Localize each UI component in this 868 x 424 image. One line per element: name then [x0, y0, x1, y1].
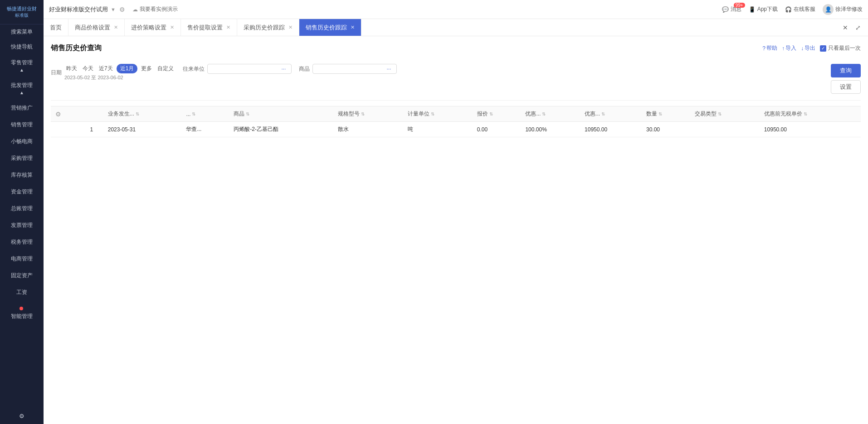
th-biz-date[interactable]: 业务发生... ⇅ — [103, 106, 182, 122]
th-spec[interactable]: 规格型号 ⇅ — [333, 106, 403, 122]
th-trade-type-label: 交易类型 — [695, 110, 717, 118]
date-opt-today[interactable]: 今天 — [81, 64, 95, 73]
td-trade-type — [690, 122, 760, 137]
tab-sales-history-close[interactable]: ✕ — [351, 24, 355, 30]
tab-home[interactable]: 首页 — [44, 19, 68, 36]
import-label: 导入 — [785, 44, 796, 52]
product-more-icon[interactable]: ··· — [385, 66, 393, 72]
user-menu-btn[interactable]: 👤 徐泽华修改 — [823, 4, 863, 15]
sort-icon-pretax-price: ⇅ — [804, 111, 807, 116]
sort-icon-qty: ⇅ — [658, 111, 662, 116]
th-product[interactable]: 商品 ⇅ — [229, 106, 333, 122]
selected-module-label: 好业财标准版交付试用 — [49, 5, 108, 14]
th-price[interactable]: 报价 ⇅ — [473, 106, 521, 122]
product-input[interactable] — [317, 66, 385, 72]
tab-sale-price-extract[interactable]: 售价提取设置 ✕ — [181, 19, 237, 36]
chevron-down-icon: ▼ — [111, 7, 116, 12]
topbar-module-selector[interactable]: 好业财标准版交付试用 ▼ — [49, 5, 116, 14]
sidebar-item-tax-label: 税务管理 — [11, 238, 33, 246]
app-download-btn[interactable]: 📱 App下载 — [749, 5, 778, 13]
table-row: 1 2023-05-31 华查... 丙烯酸-2-乙基己酯 散水 吨 0.00 … — [51, 122, 861, 137]
sort-icon-product: ⇅ — [246, 111, 249, 116]
date-opt-last1m[interactable]: 近1月 — [117, 64, 138, 73]
date-opt-last7[interactable]: 近7天 — [97, 64, 115, 73]
export-link[interactable]: ↓ 导出 — [801, 44, 815, 52]
logo-sub: 标准版 — [4, 12, 40, 19]
th-discount-val[interactable]: 优惠... ⇅ — [580, 106, 642, 122]
th-extra-label: ... — [186, 111, 190, 117]
td-price: 0.00 — [473, 122, 521, 137]
import-link[interactable]: ↑ 导入 — [782, 44, 796, 52]
th-pretax-price[interactable]: 优惠前无税单价 ⇅ — [760, 106, 861, 122]
partner-input[interactable] — [211, 66, 279, 72]
td-product: 丙烯酸-2-乙基己酯 — [229, 122, 333, 137]
query-button[interactable]: 查询 — [831, 64, 861, 77]
td-unit: 吨 — [403, 122, 473, 137]
th-trade-type[interactable]: 交易类型 ⇅ — [690, 106, 760, 122]
th-settings[interactable]: ⚙ — [51, 106, 80, 122]
tab-close-btn[interactable]: ✕ — [839, 21, 852, 34]
only-last-label: 只看最后一次 — [828, 44, 861, 52]
sidebar-item-retail[interactable]: 零售管理 ▲ — [0, 54, 44, 77]
topbar-settings-icon[interactable]: ⚙ — [119, 6, 125, 13]
sidebar-item-wholesale[interactable]: 批发管理 ▲ — [0, 77, 44, 100]
th-product-label: 商品 — [234, 110, 244, 118]
sidebar-item-ecommerce-label: 电商管理 — [11, 255, 33, 263]
settings-button[interactable]: 设置 — [831, 80, 861, 94]
sidebar-item-invoice[interactable]: 发票管理 — [0, 217, 44, 234]
partner-more-icon[interactable]: ··· — [279, 66, 288, 72]
sidebar-item-purchase-label: 采购管理 — [11, 154, 33, 162]
th-discount-pct[interactable]: 优惠... ⇅ — [521, 106, 580, 122]
partner-input-wrapper[interactable]: ··· — [207, 64, 292, 74]
sidebar-item-ecommerce[interactable]: 电商管理 — [0, 251, 44, 267]
th-unit[interactable]: 计量单位 ⇅ — [403, 106, 473, 122]
tab-sales-history[interactable]: 销售历史价跟踪 ✕ — [299, 19, 361, 36]
sidebar-item-ecommerce-small[interactable]: 小畅电商 — [0, 133, 44, 150]
gear-icon: ⚙ — [19, 413, 24, 419]
sidebar-search[interactable]: 搜索菜单 — [0, 24, 44, 39]
sidebar-item-tax[interactable]: 税务管理 — [0, 234, 44, 251]
sidebar-item-payroll[interactable]: 工资 — [0, 284, 44, 301]
sidebar-item-marketing[interactable]: 营销推广 — [0, 100, 44, 116]
only-last-checkbox[interactable]: 只看最后一次 — [820, 44, 861, 52]
username-label: 徐泽华修改 — [835, 5, 863, 13]
tab-price-settings-close[interactable]: ✕ — [114, 24, 118, 30]
td-discount-val: 10950.00 — [580, 122, 642, 137]
date-opt-custom[interactable]: 自定义 — [156, 64, 176, 73]
tab-purchase-strategy[interactable]: 进价策略设置 ✕ — [125, 19, 181, 36]
sidebar-quicknav[interactable]: 快捷导航 — [0, 39, 44, 54]
online-service-btn[interactable]: 🎧 在线客服 — [785, 5, 815, 13]
sort-icon-biz-date: ⇅ — [136, 111, 139, 116]
tab-home-label: 首页 — [50, 24, 62, 32]
demo-btn[interactable]: ☁ 我要看实例演示 — [132, 5, 178, 13]
sidebar-item-sales[interactable]: 销售管理 — [0, 116, 44, 133]
sidebar-item-purchase[interactable]: 采购管理 — [0, 150, 44, 167]
date-filter-group: 日期 昨天 今天 近7天 近1月 更多 自定义 2023-05-02 至 202… — [51, 64, 176, 81]
sidebar-settings-btn[interactable]: ⚙ — [0, 408, 44, 424]
sidebar-item-fixed-assets[interactable]: 固定资产 — [0, 267, 44, 284]
tab-sale-price-extract-label: 售价提取设置 — [187, 24, 223, 32]
sort-icon-extra: ⇅ — [192, 111, 195, 116]
th-discount-val-label: 优惠... — [585, 110, 600, 118]
product-input-wrapper[interactable]: ··· — [312, 64, 397, 74]
tab-expand-btn[interactable]: ⤢ — [852, 21, 864, 34]
th-extra[interactable]: ... ⇅ — [181, 106, 229, 122]
tab-purchase-history[interactable]: 采购历史价跟踪 ✕ — [237, 19, 299, 36]
sidebar-item-smart[interactable]: 智能管理 — [0, 301, 44, 325]
sidebar-item-inventory[interactable]: 库存核算 — [0, 167, 44, 183]
date-opt-more[interactable]: 更多 — [139, 64, 154, 73]
date-opt-yesterday[interactable]: 昨天 — [64, 64, 79, 73]
user-avatar: 👤 — [823, 4, 834, 15]
help-link[interactable]: ? 帮助 — [762, 44, 777, 52]
tab-purchase-history-close[interactable]: ✕ — [288, 24, 293, 30]
sidebar-item-finance[interactable]: 资金管理 — [0, 183, 44, 200]
messages-btn[interactable]: 💬 消息 99+ — [722, 5, 741, 13]
sidebar-item-ledger[interactable]: 总账管理 — [0, 200, 44, 217]
tab-sale-price-extract-close[interactable]: ✕ — [226, 24, 230, 30]
page-title: 销售历史价查询 — [51, 43, 102, 53]
th-qty[interactable]: 数量 ⇅ — [642, 106, 690, 122]
topbar-right: 💬 消息 99+ 📱 App下载 🎧 在线客服 👤 徐泽华修改 — [722, 4, 863, 15]
tab-price-settings[interactable]: 商品价格设置 ✕ — [68, 19, 125, 36]
tab-purchase-strategy-close[interactable]: ✕ — [170, 24, 174, 30]
sidebar-item-inventory-label: 库存核算 — [11, 171, 33, 179]
